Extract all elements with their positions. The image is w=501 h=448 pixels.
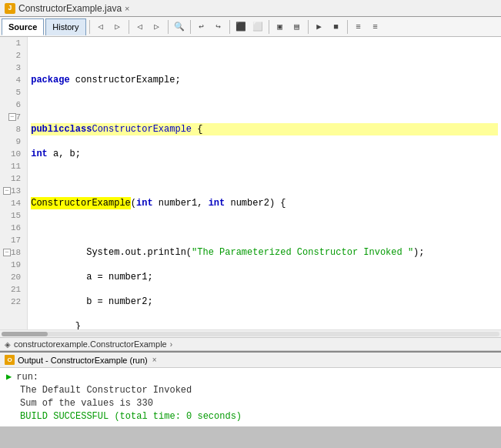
- output-text-3: Sum of the values is 330: [20, 397, 153, 410]
- file-name: ConstructorExample.java: [18, 3, 122, 14]
- code-line-5: int a, b;: [31, 148, 498, 160]
- tab-history[interactable]: History: [45, 18, 85, 35]
- run-button[interactable]: ▶: [312, 19, 327, 35]
- output-text-1: run:: [16, 371, 38, 384]
- code-line-4: public class ConstructorExample {: [31, 123, 498, 135]
- editor-body: 1 2 3 4 5 6 −7 8 9 10 11 12 −13 14 15 16…: [0, 37, 501, 329]
- toolbar-separator-7: [308, 20, 309, 34]
- line-numbers: 1 2 3 4 5 6 −7 8 9 10 11 12 −13 14 15 16…: [0, 37, 28, 329]
- editor-container: 1 2 3 4 5 6 −7 8 9 10 11 12 −13 14 15 16…: [0, 37, 501, 337]
- search-button[interactable]: 🔍: [172, 19, 187, 35]
- code-line-6: [31, 172, 498, 185]
- toolbar-separator-5: [229, 20, 230, 34]
- title-bar: J ConstructorExample.java ×: [0, 0, 501, 17]
- redo-button[interactable]: ↪: [211, 19, 226, 35]
- editor-scrollbar[interactable]: [0, 329, 501, 337]
- align2-button[interactable]: ≡: [368, 19, 383, 35]
- code-line-1: [31, 49, 498, 62]
- output-line-2: The Default Constructor Invoked: [6, 384, 495, 397]
- output-text-4: BUILD SUCCESSFUL (total time: 0 seconds): [20, 410, 242, 423]
- next-button[interactable]: ▷: [149, 19, 165, 35]
- code-line-7: ConstructorExample(int number1, int numb…: [31, 197, 498, 209]
- toolbar-separator-8: [347, 20, 348, 34]
- toggle1-button[interactable]: ⬛: [233, 19, 249, 35]
- format2-button[interactable]: ▤: [289, 19, 305, 35]
- code-line-11: b = number2;: [31, 296, 498, 308]
- toolbar-separator-2: [129, 20, 129, 34]
- code-area[interactable]: package constructorExample; public class…: [28, 37, 501, 329]
- fold-icon-13[interactable]: −: [3, 187, 11, 195]
- code-line-3: [31, 99, 498, 111]
- output-title-bar: O Output - ConstructorExample (run) ×: [0, 351, 501, 368]
- undo-button[interactable]: ↩: [194, 19, 209, 35]
- output-text-2: The Default Constructor Invoked: [20, 384, 192, 397]
- nav-bar-file-icon: ◈: [5, 340, 11, 349]
- output-close-button[interactable]: ×: [152, 356, 157, 364]
- nav-bar: ◈ constructorexample.ConstructorExample …: [0, 337, 501, 351]
- toolbar-separator: [89, 20, 90, 34]
- forward-button[interactable]: ▷: [110, 19, 125, 35]
- stop-button[interactable]: ■: [329, 19, 344, 35]
- code-line-8: [31, 222, 498, 234]
- file-icon: J: [5, 3, 15, 14]
- nav-bar-path: constructorexample.ConstructorExample: [14, 339, 167, 349]
- output-body: ▶ run: The Default Constructor Invoked S…: [0, 368, 501, 426]
- toolbar-separator-4: [190, 20, 191, 34]
- output-line-3: Sum of the values is 330: [6, 397, 495, 410]
- close-tab-button[interactable]: ×: [125, 4, 129, 13]
- toggle2-button[interactable]: ⬜: [250, 19, 266, 35]
- code-line-12: }: [31, 320, 498, 329]
- scrollbar-thumb[interactable]: [2, 332, 48, 336]
- output-panel: ▶ run: The Default Constructor Invoked S…: [0, 368, 501, 426]
- code-line-2: package constructorExample;: [31, 74, 498, 86]
- fold-icon-7[interactable]: −: [8, 113, 16, 121]
- output-line-4: BUILD SUCCESSFUL (total time: 0 seconds): [6, 410, 495, 423]
- toolbar: Source History ◁ ▷ ◁ ▷ 🔍 ↩ ↪ ⬛ ⬜ ▣ ▤ ▶ ■…: [0, 17, 501, 37]
- fold-icon-18[interactable]: −: [3, 249, 11, 256]
- format1-button[interactable]: ▣: [272, 19, 288, 35]
- output-title-icon: O: [5, 355, 15, 365]
- tab-source[interactable]: Source: [2, 18, 44, 35]
- prev-button[interactable]: ◁: [132, 19, 148, 35]
- back-button[interactable]: ◁: [93, 19, 109, 35]
- output-run-arrow: ▶: [6, 371, 12, 384]
- output-title-text: Output - ConstructorExample (run): [18, 356, 148, 365]
- code-line-9: System.out.println("The Parameterized Co…: [31, 246, 498, 259]
- code-line-10: a = number1;: [31, 271, 498, 283]
- scrollbar-track[interactable]: [2, 332, 499, 336]
- toolbar-separator-3: [168, 20, 169, 34]
- align1-button[interactable]: ≡: [351, 19, 366, 35]
- output-line-1: ▶ run:: [6, 371, 495, 384]
- nav-bar-arrow: ›: [170, 340, 172, 349]
- toolbar-separator-6: [269, 20, 269, 34]
